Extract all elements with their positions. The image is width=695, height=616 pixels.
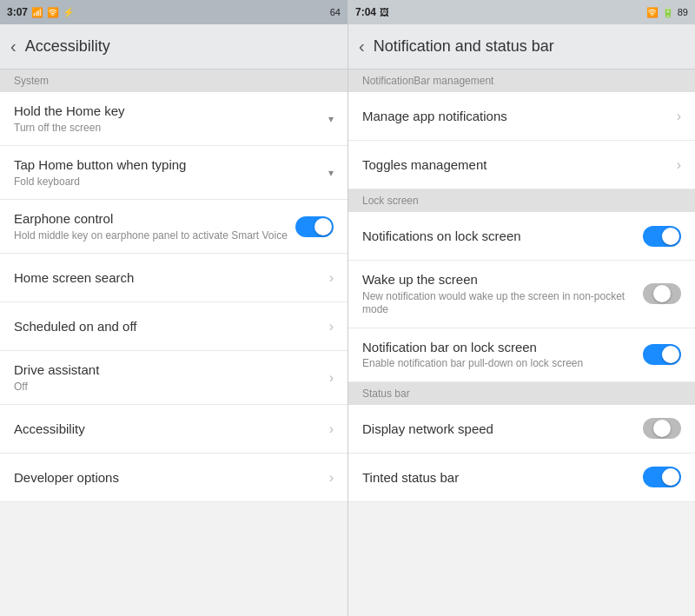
tinted-status-bar-title: Tinted status bar (362, 469, 636, 487)
notification-bar-lock-screen-toggle[interactable] (643, 344, 681, 365)
manage-app-notifications-content: Manage app notifications (362, 108, 670, 125)
notifications-lock-screen-toggle-knob (662, 228, 679, 245)
right-header: ‹ Notification and status bar (348, 24, 695, 70)
signal-icon: 📶 (31, 7, 43, 18)
manage-app-notifications-title: Manage app notifications (362, 108, 670, 125)
wake-up-screen-subtitle: New notification would wake up the scree… (362, 290, 636, 317)
left-panel: 3:07 📶 🛜 ⚡ 64 ‹ Accessibility System Hol… (0, 0, 348, 616)
accessibility-item[interactable]: Accessibility › (0, 405, 348, 454)
left-battery: 64 (330, 7, 341, 17)
left-status-icons: 📶 🛜 ⚡ (31, 7, 75, 18)
earphone-control-title: Earphone control (14, 210, 288, 228)
notification-bar-lock-screen-content: Notification bar on lock screen Enable n… (362, 339, 636, 371)
scheduled-on-off-chevron-icon: › (329, 319, 334, 334)
display-network-speed-item[interactable]: Display network speed (348, 405, 695, 454)
accessibility-content: Accessibility (14, 421, 322, 438)
display-network-speed-content: Display network speed (362, 421, 636, 438)
left-time: 3:07 (7, 6, 28, 18)
drive-assistant-chevron-icon: › (329, 370, 334, 386)
accessibility-title: Accessibility (14, 421, 322, 438)
display-network-speed-toggle[interactable] (643, 418, 681, 439)
wifi-icon: 🛜 (47, 7, 59, 18)
battery-right-icon: 🔋 (662, 7, 674, 18)
manage-app-notifications-chevron-icon: › (677, 109, 681, 124)
earphone-control-subtitle: Hold middle key on earphone panel to act… (14, 229, 288, 243)
notifications-lock-screen-toggle[interactable] (643, 226, 681, 247)
tap-home-typing-subtitle: Fold keyboard (14, 176, 321, 189)
home-screen-search-title: Home screen search (14, 269, 322, 287)
developer-options-item[interactable]: Developer options › (0, 454, 348, 502)
home-screen-search-item[interactable]: Home screen search › (0, 254, 348, 302)
earphone-control-toggle-knob (314, 218, 332, 235)
wake-up-screen-content: Wake up the screen New notification woul… (362, 271, 636, 317)
wifi-right-icon: 🛜 (646, 7, 659, 18)
manage-app-notifications-item[interactable]: Manage app notifications › (348, 92, 695, 141)
tap-home-typing-dropdown-icon: ▾ (328, 167, 334, 179)
hold-home-key-content: Hold the Home key Turn off the screen (14, 103, 321, 135)
display-network-speed-toggle-knob (653, 420, 671, 437)
earphone-control-toggle[interactable] (295, 216, 334, 237)
notification-bar-lock-screen-item[interactable]: Notification bar on lock screen Enable n… (348, 328, 695, 382)
battery-charging-icon: ⚡ (63, 7, 75, 18)
home-screen-search-chevron-icon: › (329, 270, 334, 286)
accessibility-chevron-icon: › (329, 421, 334, 437)
notification-bar-lock-screen-toggle-knob (662, 346, 679, 363)
earphone-control-content: Earphone control Hold middle key on earp… (14, 210, 288, 242)
left-back-icon[interactable]: ‹ (10, 36, 17, 56)
toggles-management-item[interactable]: Toggles management › (348, 141, 695, 189)
tinted-status-bar-item[interactable]: Tinted status bar (348, 454, 695, 502)
right-panel: 7:04 🖼 🛜 🔋 89 ‹ Notification and status … (348, 0, 695, 616)
scheduled-on-off-title: Scheduled on and off (14, 318, 322, 335)
notifications-lock-screen-item[interactable]: Notifications on lock screen (348, 212, 695, 261)
right-section-statusbar: Status bar (348, 382, 695, 405)
scheduled-on-off-content: Scheduled on and off (14, 318, 322, 335)
notification-bar-lock-screen-title: Notification bar on lock screen (362, 339, 636, 356)
display-network-speed-title: Display network speed (362, 421, 636, 438)
hold-home-key-item[interactable]: Hold the Home key Turn off the screen ▾ (0, 92, 348, 146)
drive-assistant-content: Drive assistant Off (14, 361, 322, 394)
toggles-management-content: Toggles management (362, 156, 670, 174)
notification-bar-lock-screen-subtitle: Enable notification bar pull-down on loc… (362, 357, 636, 371)
scheduled-on-off-item[interactable]: Scheduled on and off › (0, 302, 348, 351)
right-page-title: Notification and status bar (374, 37, 554, 56)
drive-assistant-subtitle: Off (14, 381, 322, 394)
left-status-bar: 3:07 📶 🛜 ⚡ 64 (0, 0, 348, 24)
left-battery-level: 64 (330, 7, 341, 17)
tinted-status-bar-toggle-knob (662, 468, 679, 486)
right-back-icon[interactable]: ‹ (359, 36, 365, 56)
drive-assistant-item[interactable]: Drive assistant Off › (0, 351, 348, 405)
tap-home-typing-item[interactable]: Tap Home button when typing Fold keyboar… (0, 146, 348, 200)
right-status-bar: 7:04 🖼 🛜 🔋 89 (348, 0, 695, 24)
developer-options-chevron-icon: › (329, 470, 334, 486)
left-section-system: System (0, 70, 348, 92)
wake-up-screen-item[interactable]: Wake up the screen New notification woul… (348, 261, 695, 328)
wake-up-screen-toggle[interactable] (643, 283, 681, 304)
right-status-icons: 🖼 (380, 7, 389, 17)
drive-assistant-title: Drive assistant (14, 361, 322, 379)
left-header: ‹ Accessibility (0, 24, 348, 70)
right-time: 7:04 (355, 6, 376, 18)
hold-home-key-subtitle: Turn off the screen (14, 122, 321, 136)
notifications-lock-screen-title: Notifications on lock screen (362, 228, 636, 245)
left-page-title: Accessibility (25, 37, 110, 56)
right-section-lockscreen: Lock screen (348, 189, 695, 212)
developer-options-title: Developer options (14, 469, 322, 487)
right-section-notificationbar: NotificationBar management (348, 70, 695, 92)
tinted-status-bar-content: Tinted status bar (362, 469, 636, 487)
wake-up-screen-title: Wake up the screen (362, 271, 636, 288)
tinted-status-bar-toggle[interactable] (643, 467, 681, 487)
earphone-control-item[interactable]: Earphone control Hold middle key on earp… (0, 200, 348, 254)
hold-home-key-dropdown-icon: ▾ (328, 113, 334, 125)
photo-icon: 🖼 (380, 7, 389, 17)
tap-home-typing-title: Tap Home button when typing (14, 156, 321, 174)
home-screen-search-content: Home screen search (14, 269, 322, 287)
toggles-management-chevron-icon: › (677, 157, 681, 173)
right-battery-level: 89 (678, 7, 688, 17)
toggles-management-title: Toggles management (362, 156, 670, 174)
wake-up-screen-toggle-knob (653, 285, 671, 302)
notifications-lock-screen-content: Notifications on lock screen (362, 228, 636, 245)
right-battery: 🛜 🔋 89 (646, 7, 688, 18)
developer-options-content: Developer options (14, 469, 322, 487)
tap-home-typing-content: Tap Home button when typing Fold keyboar… (14, 156, 321, 189)
hold-home-key-title: Hold the Home key (14, 103, 321, 120)
